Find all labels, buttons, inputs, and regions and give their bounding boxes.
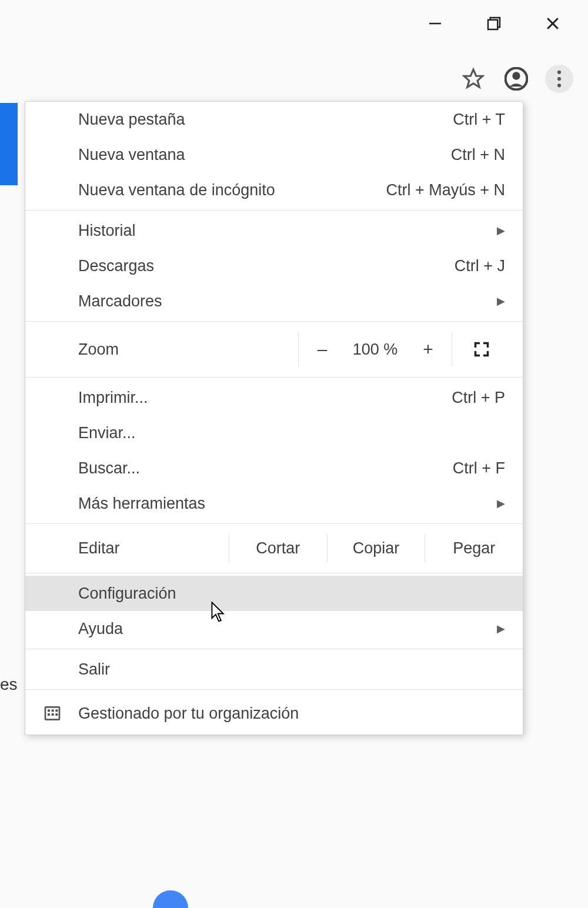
zoom-controls: – 100 % + [298, 332, 505, 366]
menu-label: Descargas [78, 257, 455, 275]
menu-item-send[interactable]: Enviar... [25, 415, 523, 450]
menu-label: Configuración [78, 585, 505, 603]
menu-item-find[interactable]: Buscar... Ctrl + F [25, 450, 523, 486]
managed-label: Gestionado por tu organización [78, 705, 299, 723]
menu-item-help[interactable]: Ayuda ▶ [25, 611, 523, 646]
svg-rect-12 [48, 709, 50, 712]
svg-rect-14 [55, 709, 58, 712]
menu-item-managed[interactable]: Gestionado por tu organización [25, 692, 523, 735]
menu-item-bookmarks[interactable]: Marcadores ▶ [25, 283, 523, 319]
cut-button[interactable]: Cortar [229, 535, 327, 562]
svg-rect-2 [488, 20, 497, 29]
copy-button[interactable]: Copiar [327, 535, 425, 562]
menu-label: Nueva ventana [78, 146, 451, 164]
menu-label: Ayuda [78, 620, 491, 638]
menu-item-exit[interactable]: Salir [25, 652, 523, 687]
bookmark-star-icon[interactable] [459, 65, 487, 93]
zoom-label: Zoom [78, 340, 298, 359]
menu-item-history[interactable]: Historial ▶ [25, 213, 523, 248]
menu-item-new-incognito[interactable]: Nueva ventana de incógnito Ctrl + Mayús … [25, 172, 523, 208]
edit-label: Editar [78, 539, 229, 558]
submenu-arrow-icon: ▶ [497, 622, 505, 635]
submenu-arrow-icon: ▶ [497, 224, 505, 237]
svg-marker-5 [464, 69, 483, 87]
menu-item-settings[interactable]: Configuración [25, 576, 523, 611]
menu-item-downloads[interactable]: Descargas Ctrl + J [25, 248, 523, 283]
menu-shortcut: Ctrl + N [451, 146, 505, 164]
menu-shortcut: Ctrl + T [453, 111, 505, 129]
zoom-value: 100 % [346, 340, 405, 359]
menu-divider [25, 649, 523, 649]
menu-label: Buscar... [78, 459, 453, 478]
menu-item-more-tools[interactable]: Más herramientas ▶ [25, 486, 523, 521]
fullscreen-button[interactable] [458, 341, 505, 358]
menu-shortcut: Ctrl + F [453, 459, 505, 478]
menu-item-new-window[interactable]: Nueva ventana Ctrl + N [25, 137, 523, 172]
menu-item-zoom: Zoom – 100 % + [25, 324, 523, 375]
menu-shortcut: Ctrl + Mayús + N [386, 181, 505, 199]
menu-divider [25, 573, 523, 573]
svg-rect-13 [52, 709, 54, 712]
window-controls [400, 0, 588, 47]
background-stripe [0, 103, 18, 185]
organization-icon [43, 704, 78, 723]
divider [298, 332, 299, 366]
svg-rect-15 [48, 713, 50, 716]
menu-label: Enviar... [78, 424, 505, 442]
menu-divider [25, 377, 523, 378]
background-text: es [0, 675, 18, 694]
background-element [153, 890, 188, 908]
maximize-button[interactable] [482, 12, 506, 35]
minimize-button[interactable] [423, 12, 447, 35]
svg-point-10 [557, 84, 561, 87]
menu-divider [25, 689, 523, 690]
submenu-arrow-icon: ▶ [497, 295, 505, 308]
zoom-out-button[interactable]: – [305, 339, 340, 359]
divider [452, 332, 452, 366]
menu-label: Marcadores [78, 292, 491, 311]
profile-icon[interactable] [502, 65, 530, 93]
menu-item-edit: Editar Cortar Copiar Pegar [25, 526, 523, 570]
menu-label: Salir [78, 660, 505, 679]
menu-item-new-tab[interactable]: Nueva pestaña Ctrl + T [25, 102, 523, 137]
chrome-menu: Nueva pestaña Ctrl + T Nueva ventana Ctr… [25, 101, 523, 735]
submenu-arrow-icon: ▶ [497, 497, 505, 510]
menu-shortcut: Ctrl + P [452, 389, 505, 407]
zoom-in-button[interactable]: + [410, 339, 446, 359]
menu-divider [25, 523, 523, 524]
menu-button[interactable] [545, 65, 573, 93]
menu-divider [25, 210, 523, 211]
svg-point-7 [512, 72, 520, 79]
paste-button[interactable]: Pegar [425, 535, 523, 562]
menu-label: Historial [78, 222, 491, 240]
close-button[interactable] [541, 12, 564, 35]
menu-shortcut: Ctrl + J [455, 257, 505, 275]
svg-point-9 [557, 77, 561, 81]
menu-item-print[interactable]: Imprimir... Ctrl + P [25, 380, 523, 415]
menu-label: Nueva ventana de incógnito [78, 181, 386, 199]
menu-divider [25, 321, 523, 322]
menu-label: Nueva pestaña [78, 111, 453, 129]
browser-toolbar [445, 59, 588, 99]
svg-rect-16 [52, 713, 54, 716]
menu-label: Imprimir... [78, 389, 452, 407]
svg-point-8 [557, 71, 561, 74]
menu-label: Más herramientas [78, 495, 491, 513]
svg-rect-17 [55, 713, 58, 716]
